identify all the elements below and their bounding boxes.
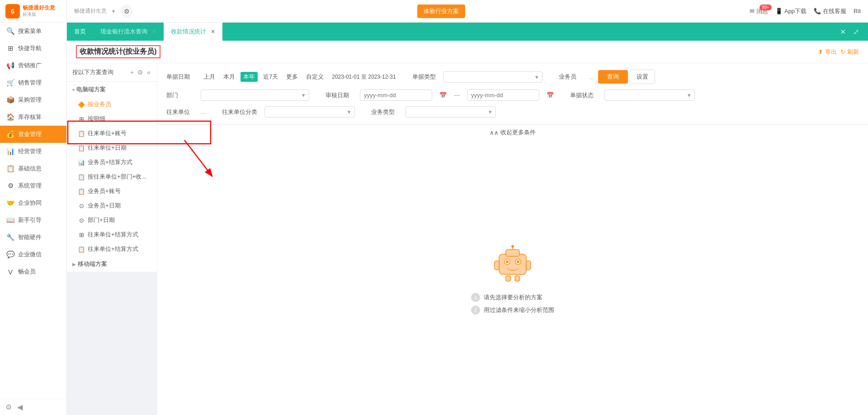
inventory-icon: 🏠 [6,113,14,121]
doc-status-label: 单据状态 [570,91,597,99]
doc-type-select[interactable]: ▾ [443,71,542,83]
refresh-button[interactable]: ↻ 刷新 [840,48,859,56]
business-icon: 📊 [6,147,14,156]
collapse-filter-button[interactable]: ∧∧ 收起更多条件 [490,128,536,137]
page-header: 收款情况统计(按业务员) ⬆ 导出 ↻ 刷新 [67,41,868,63]
scheme-add-button[interactable]: + [129,68,135,77]
sidebar-item-business[interactable]: 📊 经营管理 [0,143,66,160]
sidebar-item-wechat-label: 企业微信 [18,250,42,259]
sidebar-item-guide-label: 新手引导 [18,216,42,224]
empty-tip-1: 1 请先选择要分析的方案 [471,293,554,302]
scheme-item-unit-date[interactable]: 📋 往来单位+日期 [67,141,157,155]
tab-bank[interactable]: 现金银行流水查询 ✕ [93,23,164,41]
sidebar-item-shortcut[interactable]: ⊞ 快捷导航 [0,40,66,57]
date-this-year-btn[interactable]: 本年 [241,72,258,82]
tab-receipt[interactable]: 收款情况统计 ✕ [164,23,222,41]
sidebar-item-basic[interactable]: 📋 基础信息 [0,160,66,177]
svg-point-10 [517,260,519,263]
logo-badge: 标准版 [23,11,55,18]
scheme-item-salesman-account[interactable]: 📋 业务员+账号 [67,184,157,198]
message-icon: ✉ [750,8,755,14]
empty-robot-icon [490,241,535,286]
tab-bank-label: 现金银行流水查询 [100,28,147,36]
scheme-item-unit-account[interactable]: 📋 往来单位+账号 [67,126,157,141]
sidebar-item-shortcut-label: 快捷导航 [18,44,42,52]
filter-row-2: 部门 ▾ 审核日期 📅 — 📅 单据状态 ▾ [166,90,859,101]
review-date-start-input[interactable] [360,90,432,101]
business-type-select[interactable]: ▾ [406,106,496,118]
mobile-section-toggle[interactable]: ▶ 移动端方案 [67,256,157,272]
date-this-month-btn[interactable]: 本月 [221,72,238,82]
scheme-item-salesman-settle[interactable]: 📊 业务员+结算方式 [67,155,157,170]
dept-select[interactable]: ▾ [201,90,309,101]
settings-bottom-icon[interactable]: ⚙ [5,403,12,411]
date-custom-btn[interactable]: 自定义 [303,72,326,82]
desktop-section-toggle[interactable]: ▾ 电脑端方案 [67,82,157,97]
sidebar-item-inventory[interactable]: 🏠 库存核算 [0,108,66,126]
review-date-end-input[interactable] [467,90,539,101]
export-button[interactable]: ⬆ 导出 [818,48,837,56]
scheme-item-salesman-date-label: 业务员+日期 [88,202,121,210]
search-icon: 🔍 [6,27,14,35]
doc-status-select[interactable]: ▾ [604,90,695,101]
doc-type-label: 单据类型 [412,73,439,81]
logo-name: 畅捷通好生意 [23,5,55,11]
tab-expand-icon[interactable]: ⤢ [851,26,861,38]
date-label: 单据日期 [166,73,193,81]
tab-receipt-close-icon[interactable]: ✕ [211,28,215,35]
scheme-settings-button[interactable]: ⚙ [137,68,144,77]
topbar-left: 畅捷通好生意 ▾ ⚙ [74,5,133,18]
settings-button[interactable]: 设置 [630,70,655,84]
logo-icon: 6 [5,4,20,19]
app-download-btn[interactable]: 📱 App下载 [775,7,807,15]
salesman-more-btn[interactable]: ... [590,74,594,80]
sidebar-item-enterprise[interactable]: 🤝 企业协同 [0,194,66,212]
sidebar-item-hardware[interactable]: 🔧 智能硬件 [0,229,66,246]
trial-button[interactable]: 体验行业方案 [417,5,465,18]
scheme-item-unit-date-label: 往来单位+日期 [88,144,127,152]
service-btn[interactable]: 📞 在线客服 [814,7,846,15]
mobile-section-title-label: 移动端方案 [78,260,107,268]
dept-label: 部门 [166,91,193,99]
desktop-section-title-label: 电脑端方案 [76,85,106,94]
sidebar-item-wechat[interactable]: 💬 企业微信 [0,246,66,263]
desktop-scheme-section: ▾ 电脑端方案 🔶 按业务员 ⊞ 按明细 📋 往来单位+账号 [67,82,157,256]
tab-bank-close-icon[interactable]: ✕ [152,28,156,35]
sidebar-item-finance[interactable]: 💰 资金管理 [0,126,66,143]
scheme-item-unit-settle2[interactable]: 📋 往来单位+结算方式 [67,242,157,256]
desktop-section-arrow-icon: ▾ [72,87,75,92]
breadcrumb-arrow-icon: ▾ [112,8,115,14]
counterpart-type-select[interactable]: ▾ [264,106,355,118]
scheme-item-by-detail[interactable]: ⊞ 按明细 [67,112,157,126]
sidebar-item-hardware-label: 智能硬件 [18,233,42,241]
query-button[interactable]: 查询 [598,70,628,84]
tab-close-all-icon[interactable]: ✕ [838,26,848,38]
scheme-item-by-salesman[interactable]: 🔶 按业务员 [67,97,157,112]
sidebar-item-sales[interactable]: 🛒 销售管理 [0,74,66,91]
sidebar-item-purchase[interactable]: 📦 采购管理 [0,91,66,108]
tab-home[interactable]: 首页 [67,23,93,41]
sidebar-item-member[interactable]: V 畅会员 [0,263,66,280]
messages-btn[interactable]: ✉ 消息 99+ [750,7,768,15]
user-avatar[interactable]: Rit [854,8,861,14]
scheme-item-unit-settle1[interactable]: ⊞ 往来单位+结算方式 [67,227,157,242]
scheme-item-salesman-date[interactable]: ⊙ 业务员+日期 [67,198,157,213]
sidebar-item-system[interactable]: ⚙ 系统管理 [0,177,66,194]
sidebar-item-inventory-label: 库存核算 [18,113,42,121]
scheme-item-unit-settle2-icon: 📋 [78,245,85,253]
scheme-item-dept-date[interactable]: ⊙ 部门+日期 [67,213,157,227]
date-more-btn[interactable]: 更多 [283,72,301,82]
sidebar-item-search[interactable]: 🔍 搜索菜单 [0,23,66,40]
date-7days-btn[interactable]: 近7天 [260,72,281,82]
counterpart-type-label: 往来单位分类 [222,108,257,116]
scheme-item-unit-dept-recv[interactable]: 📋 按往来单位+部门+收... [67,170,157,184]
scheme-collapse-button[interactable]: « [146,68,151,77]
sidebar-item-marketing[interactable]: 📢 营销推广 [0,57,66,74]
counterpart-more-btn[interactable]: ... [201,108,206,115]
scheme-item-dept-date-icon: ⊙ [78,217,85,224]
topbar-settings-icon[interactable]: ⚙ [120,5,133,18]
sidebar-item-guide[interactable]: 📖 新手引导 [0,212,66,229]
date-last-month-btn[interactable]: 上月 [201,72,218,82]
collapse-sidebar-icon[interactable]: ◀ [17,403,23,411]
scheme-item-unit-account-label: 往来单位+账号 [88,129,127,137]
